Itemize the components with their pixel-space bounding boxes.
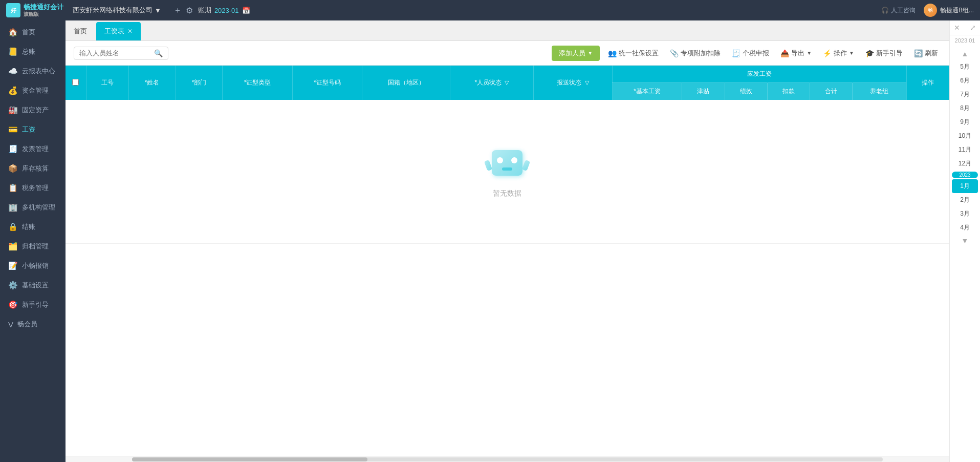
- social-security-icon: 👥: [608, 49, 617, 57]
- social-security-label: 统一社保设置: [619, 49, 659, 58]
- special-deduction-icon: 📎: [670, 49, 679, 57]
- robot-arm-left: [484, 160, 492, 171]
- social-security-btn[interactable]: 👥 统一社保设置: [605, 47, 662, 60]
- empty-row: 暂无数据: [66, 100, 949, 244]
- refresh-btn[interactable]: 🔄 刷新: [911, 47, 941, 60]
- checkbox-header[interactable]: [66, 66, 86, 100]
- th-report-status: 报送状态 ▽: [533, 66, 612, 100]
- sidebar-item-expense[interactable]: 📝 小畅报销: [0, 256, 66, 276]
- sidebar-item-guide[interactable]: 🎯 新手引导: [0, 295, 66, 314]
- cloud-icon: ☁️: [8, 67, 18, 76]
- user-info[interactable]: 畅 畅捷通B组...: [924, 4, 974, 17]
- sidebar-label-member: 畅会员: [17, 320, 37, 329]
- sidebar-item-salary[interactable]: 💳 工资: [0, 120, 66, 139]
- period-value[interactable]: 2023-01: [214, 7, 239, 14]
- invoice-icon: 🧾: [8, 144, 18, 154]
- settings-icon[interactable]: ⚙: [186, 6, 193, 15]
- company-selector[interactable]: 西安虾米网络科技有限公司 ▼: [69, 4, 165, 17]
- sidebar-label-close: 结账: [22, 222, 35, 232]
- date-item-2022-8[interactable]: 8月: [950, 101, 980, 115]
- date-nav-down[interactable]: ▼: [950, 235, 980, 247]
- report-status-filter-icon[interactable]: ▽: [585, 79, 589, 86]
- th-number: 工号: [86, 66, 128, 100]
- operations-icon: ⚡: [823, 49, 832, 57]
- sidebar-item-close[interactable]: 🔒 结账: [0, 217, 66, 237]
- year-badge-2023: 2023: [952, 172, 978, 178]
- date-item-2022-12[interactable]: 12月: [950, 157, 980, 171]
- app-version: 旗舰版: [24, 11, 63, 17]
- company-dropdown-icon[interactable]: ▼: [155, 7, 161, 14]
- date-item-2022-6[interactable]: 6月: [950, 74, 980, 88]
- sidebar-item-archive[interactable]: 🗂️ 归档管理: [0, 237, 66, 256]
- date-item-2022-10[interactable]: 10月: [950, 129, 980, 143]
- date-item-2022-5[interactable]: 5月: [950, 60, 980, 74]
- calendar-icon[interactable]: 📅: [242, 7, 250, 14]
- operations-btn[interactable]: ⚡ 操作 ▼: [820, 47, 857, 60]
- date-item-2023-3[interactable]: 3月: [950, 207, 980, 221]
- search-input[interactable]: [79, 49, 151, 57]
- sidebar-item-settings[interactable]: ⚙️ 基础设置: [0, 276, 66, 295]
- sidebar-item-member[interactable]: V 畅会员: [0, 314, 66, 334]
- tab-home[interactable]: 首页: [66, 22, 95, 40]
- sidebar-item-fund[interactable]: 💰 资金管理: [0, 81, 66, 100]
- select-all-checkbox[interactable]: [72, 79, 79, 86]
- salary-table: 工号 *姓名 *部门 *证型类型 *证型号码 国籍（地区） *人员状态 ▽ 报送…: [66, 66, 949, 244]
- person-status-filter-icon[interactable]: ▽: [505, 79, 509, 86]
- headset-icon: 🎧: [881, 7, 889, 14]
- personal-tax-btn[interactable]: 🧾 个税申报: [729, 47, 772, 60]
- bottom-scroll[interactable]: [66, 456, 949, 462]
- panel-close-icon[interactable]: ✕: [954, 24, 960, 32]
- refresh-icon: 🔄: [914, 49, 923, 57]
- date-item-2023-4[interactable]: 4月: [950, 221, 980, 235]
- salary-icon: 💳: [8, 125, 18, 134]
- sidebar-item-tax[interactable]: 📋 税务管理: [0, 178, 66, 198]
- toolbar-right: 添加人员 ▼ 👥 统一社保设置 📎 专项附加扣除 🧾 个税申报 📤: [552, 46, 941, 61]
- operations-dropdown-icon: ▼: [849, 50, 854, 56]
- export-btn[interactable]: 📤 导出 ▼: [777, 47, 815, 60]
- refresh-label: 刷新: [925, 49, 938, 58]
- empty-state: 暂无数据: [71, 104, 944, 239]
- table-body: 暂无数据: [66, 100, 949, 244]
- th-performance: 绩效: [725, 83, 767, 100]
- home-icon: 🏠: [8, 28, 18, 37]
- date-item-2022-7[interactable]: 7月: [950, 88, 980, 101]
- sidebar-item-multi-org[interactable]: 🏢 多机构管理: [0, 198, 66, 217]
- table-header-row-1: 工号 *姓名 *部门 *证型类型 *证型号码 国籍（地区） *人员状态 ▽ 报送…: [66, 66, 949, 83]
- sidebar-item-assets[interactable]: 🏭 固定资产: [0, 100, 66, 120]
- tab-salary-table[interactable]: 工资表 ✕: [96, 22, 141, 40]
- right-panel: ✕ ⤢ 2023.01 ▲ 5月 6月 7月 8月 9月 10月 11月 12月…: [949, 20, 980, 462]
- panel-expand-icon[interactable]: ⤢: [970, 24, 976, 32]
- sidebar-label-expense: 小畅报销: [22, 261, 49, 270]
- date-nav-up[interactable]: ▲: [950, 48, 980, 60]
- date-item-2023-1[interactable]: 1月: [952, 179, 978, 193]
- sidebar-item-home[interactable]: 🏠 首页: [0, 23, 66, 42]
- period-label: 账期: [198, 6, 211, 15]
- scroll-thumb[interactable]: [132, 457, 367, 461]
- sidebar-label-multi-org: 多机构管理: [22, 203, 55, 212]
- sidebar-item-invoice[interactable]: 🧾 发票管理: [0, 139, 66, 159]
- service-btn[interactable]: 🎧 人工咨询: [881, 6, 916, 15]
- empty-text: 暂无数据: [493, 189, 521, 198]
- export-dropdown-icon: ▼: [807, 50, 812, 56]
- special-deduction-btn[interactable]: 📎 专项附加扣除: [667, 47, 724, 60]
- special-deduction-label: 专项附加扣除: [681, 49, 721, 58]
- archive-icon: 🗂️: [8, 242, 18, 251]
- operations-label: 操作: [834, 49, 847, 58]
- newbie-guide-btn[interactable]: 🎓 新手引导: [862, 47, 906, 60]
- date-item-2022-11[interactable]: 11月: [950, 143, 980, 157]
- sidebar-label-tax: 税务管理: [22, 183, 49, 193]
- search-wrap[interactable]: 🔍: [74, 47, 168, 60]
- tab-close-icon[interactable]: ✕: [127, 28, 133, 35]
- add-person-button[interactable]: 添加人员 ▼: [552, 46, 600, 61]
- sidebar-item-ledger[interactable]: 📒 总账: [0, 42, 66, 61]
- th-person-status: *人员状态 ▽: [450, 66, 534, 100]
- sidebar-item-inventory[interactable]: 📦 库存核算: [0, 159, 66, 178]
- date-item-2023-2[interactable]: 2月: [950, 193, 980, 207]
- th-salary-group: 应发工资: [613, 66, 907, 83]
- th-allowance: 津贴: [682, 83, 725, 100]
- personal-tax-label: 个税申报: [743, 49, 769, 58]
- user-name: 畅捷通B组...: [940, 6, 974, 15]
- add-company-icon[interactable]: ＋: [173, 5, 182, 16]
- sidebar-item-cloud-report[interactable]: ☁️ 云报表中心: [0, 61, 66, 81]
- date-item-2022-9[interactable]: 9月: [950, 115, 980, 129]
